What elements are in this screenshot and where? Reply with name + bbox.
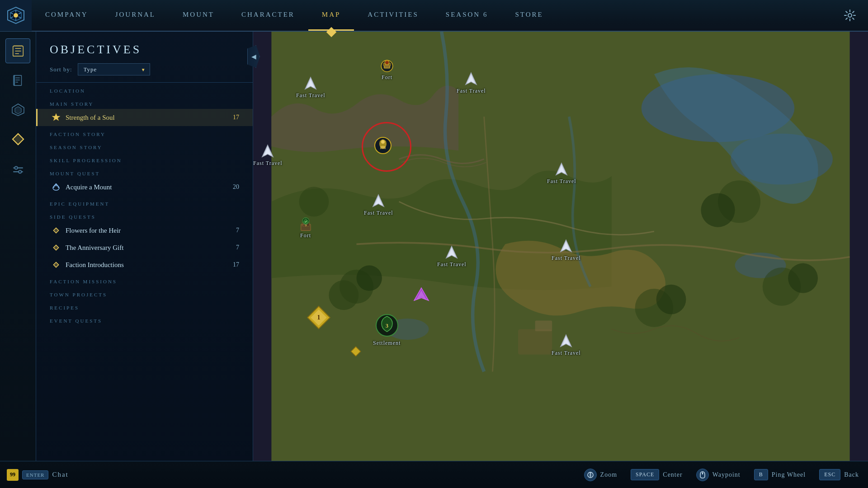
- svg-point-40: [656, 285, 686, 314]
- map-marker-ft4[interactable]: Fast Travel: [253, 145, 283, 167]
- quest-name-anniversary: The Anniversary Gift: [66, 244, 223, 252]
- svg-text:3: 3: [386, 323, 388, 329]
- svg-point-45: [788, 263, 818, 293]
- quest-anniversary[interactable]: The Anniversary Gift 7: [36, 239, 253, 256]
- panel-header: OBJECTIVES Sort by: Type Name Level: [36, 32, 253, 83]
- ft-icon-2: [464, 72, 478, 87]
- player-marker[interactable]: [373, 136, 393, 162]
- quest-flowers[interactable]: Flowers for the Heir 7: [36, 222, 253, 239]
- map-marker-ft6[interactable]: Fast Travel: [552, 239, 581, 262]
- svg-point-9: [848, 14, 852, 17]
- svg-rect-28: [53, 228, 58, 233]
- svg-point-25: [19, 170, 21, 173]
- zoom-control: Zoom: [584, 469, 617, 481]
- svg-marker-20: [15, 107, 21, 114]
- map-active-indicator: [326, 27, 336, 38]
- svg-point-71: [702, 473, 703, 474]
- sidebar-icon-2[interactable]: [5, 97, 30, 122]
- zoom-label: Zoom: [600, 471, 617, 479]
- fort-label-2: Fort: [300, 232, 311, 239]
- svg-rect-14: [14, 75, 21, 85]
- map-marker-ft5[interactable]: Fast Travel: [364, 194, 393, 216]
- sidebar-icon-settings[interactable]: [5, 158, 30, 183]
- nav-item-store[interactable]: STORE: [501, 0, 557, 31]
- ft-label-7: Fast Travel: [437, 261, 467, 268]
- nav-item-activities[interactable]: ACTIVITIES: [354, 0, 432, 31]
- sidebar-icon-journal[interactable]: [5, 68, 30, 93]
- svg-point-2: [14, 13, 18, 18]
- quest-name-strength: Strength of a Soul: [66, 114, 223, 122]
- sort-label: Sort by:: [50, 66, 72, 73]
- back-label: Back: [844, 471, 859, 479]
- chat-badge: 99: [7, 469, 19, 481]
- map-marker-ft3[interactable]: Fast Travel: [547, 163, 576, 185]
- map-marker-ft2[interactable]: Fast Travel: [457, 72, 486, 94]
- quest-marker-diamond[interactable]: 1: [307, 305, 331, 330]
- scroll-icon: [584, 469, 597, 481]
- map-marker-fort1[interactable]: Fort: [380, 59, 394, 81]
- svg-rect-51: [389, 63, 391, 66]
- bottom-bar: 99 ENTER Chat Zoom SPACE Center: [0, 461, 868, 488]
- quest-count-strength: 17: [228, 114, 239, 121]
- panel-title: OBJECTIVES: [50, 43, 239, 56]
- bottom-controls: Zoom SPACE Center Waypoint B Ping Wheel …: [575, 469, 868, 481]
- svg-text:1: 1: [317, 314, 321, 321]
- settings-button[interactable]: [839, 4, 861, 27]
- center-label: Center: [663, 471, 682, 479]
- ft-icon-7: [444, 246, 459, 260]
- svg-point-42: [701, 193, 735, 227]
- section-season-story: SEASON STORY: [36, 139, 253, 152]
- fort-label-1: Fort: [382, 74, 392, 81]
- nav-item-journal[interactable]: JOURNAL: [102, 0, 169, 31]
- svg-rect-50: [383, 63, 385, 66]
- svg-rect-66: [351, 347, 360, 356]
- section-location: LOCATION: [36, 83, 253, 96]
- section-epic-equipment: EPIC EQUIPMENT: [36, 196, 253, 209]
- nav-item-season[interactable]: SEASON 6: [432, 0, 502, 31]
- map-marker-ft1[interactable]: Fast Travel: [296, 77, 326, 99]
- ft-label-5: Fast Travel: [364, 210, 393, 216]
- fort-icon-1: [380, 59, 394, 73]
- center-control: SPACE Center: [631, 469, 683, 480]
- waypoint-marker[interactable]: [414, 287, 429, 303]
- quest-faction-intro[interactable]: Faction Introductions 17: [36, 256, 253, 273]
- quest-strength-of-soul[interactable]: Strength of a Soul 17: [36, 109, 253, 126]
- map-marker-settlement[interactable]: 3 Settlement: [373, 312, 401, 347]
- sort-select-wrapper[interactable]: Type Name Level: [78, 63, 150, 75]
- nav-item-company[interactable]: COMPANY: [32, 0, 102, 31]
- map-marker-ft8[interactable]: Fast Travel: [552, 334, 581, 357]
- diamond-quest-icon: 1: [307, 305, 331, 330]
- space-key: SPACE: [631, 469, 659, 480]
- section-side-quests: SIDE QUESTS: [36, 209, 253, 222]
- svg-point-38: [329, 280, 359, 310]
- nav-item-character[interactable]: CHARACTER: [228, 0, 308, 31]
- svg-rect-21: [12, 133, 23, 144]
- ft-icon-4: [260, 145, 275, 159]
- quest-icon-faction: [51, 260, 61, 270]
- nav-item-mount[interactable]: MOUNT: [169, 0, 228, 31]
- collapse-icon: ◀: [251, 53, 256, 61]
- b-key: B: [754, 469, 768, 480]
- quest-count-flowers: 7: [228, 227, 239, 234]
- quest-name-flowers: Flowers for the Heir: [66, 227, 223, 235]
- sort-select[interactable]: Type Name Level: [78, 63, 150, 75]
- ft-icon-1: [303, 77, 318, 91]
- sidebar-icon-objectives[interactable]: [5, 38, 30, 63]
- section-skill-progression: SKILL PROGRESSION: [36, 152, 253, 165]
- svg-point-27: [55, 183, 57, 185]
- map-marker-fort2[interactable]: 3 Fort: [298, 217, 313, 239]
- quest-count-faction-intro: 17: [228, 261, 239, 268]
- waypoint-label: Waypoint: [712, 471, 741, 479]
- small-diamond-marker[interactable]: [350, 346, 362, 357]
- nav-item-map[interactable]: MAP: [308, 0, 354, 31]
- svg-point-53: [385, 60, 389, 65]
- map-marker-ft7[interactable]: Fast Travel: [437, 246, 467, 268]
- quest-name-mount: Acquire a Mount: [66, 183, 223, 191]
- waypoint-icon: [414, 287, 429, 303]
- ping-label: Ping Wheel: [772, 471, 806, 479]
- ft-icon-5: [371, 194, 386, 209]
- quest-acquire-mount[interactable]: Acquire a Mount 20: [36, 178, 253, 196]
- waypoint-control: Waypoint: [696, 469, 741, 481]
- sidebar-icon-diamond[interactable]: [5, 127, 30, 151]
- settlement-icon: 3: [373, 312, 401, 339]
